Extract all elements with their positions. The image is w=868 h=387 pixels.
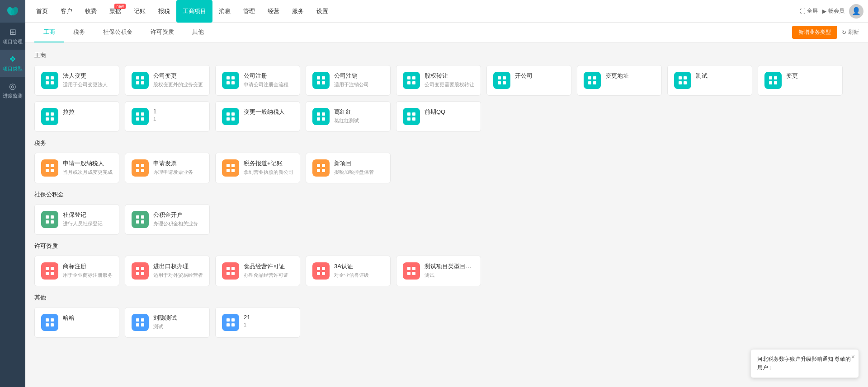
- service-card-company-cancel[interactable]: 公司注销适用于注销公司: [306, 65, 391, 96]
- tab-other[interactable]: 其他: [183, 23, 213, 42]
- service-card-lala[interactable]: 拉拉: [34, 101, 119, 132]
- svg-rect-39: [51, 112, 54, 116]
- nav-home[interactable]: 首页: [30, 0, 54, 23]
- nav-customer[interactable]: 客户: [54, 0, 79, 23]
- service-card-fund-open[interactable]: 公积金开户办理公积金相关业务: [125, 204, 210, 235]
- card-name-social-register: 社保登记: [63, 211, 113, 219]
- service-card-apply-taxpayer[interactable]: 申请一般纳税人当月或次月成变更完成: [34, 153, 119, 183]
- sidebar-item-label: 进度监测: [3, 93, 23, 99]
- nav-industry[interactable]: 工商项目: [176, 0, 212, 23]
- service-card-mahonghong[interactable]: 葛红红葛红红测试: [306, 101, 391, 132]
- service-card-social-register[interactable]: 社保登记进行人员社保登记: [34, 204, 119, 235]
- tab-industry[interactable]: 工商: [34, 23, 64, 42]
- svg-rect-61: [51, 169, 54, 172]
- service-card-early-qq[interactable]: 前期QQ: [396, 101, 481, 132]
- card-name-food-license: 食品经营许可证: [244, 262, 293, 270]
- svg-rect-21: [412, 81, 415, 84]
- new-type-button[interactable]: 新增业务类型: [792, 26, 837, 39]
- svg-rect-106: [136, 318, 139, 322]
- svg-rect-22: [498, 76, 501, 79]
- card-desc-tax-report-accounts: 拿到营业执照的新公司: [244, 169, 293, 176]
- nav-accounts[interactable]: 记账: [127, 0, 152, 23]
- sidebar-item-progress-monitor[interactable]: ◎ 进度监测: [0, 77, 25, 104]
- service-card-open-company[interactable]: 开公司: [486, 65, 571, 96]
- nav-tax[interactable]: 报税: [152, 0, 176, 23]
- service-card-trademark[interactable]: 商标注册用于企业商标注册服务: [34, 256, 119, 286]
- service-card-equity-transfer[interactable]: 股权转让公司变更需要股权转让: [396, 65, 481, 96]
- notification-close-button[interactable]: ×: [851, 353, 855, 360]
- nav-service[interactable]: 服务: [286, 0, 310, 23]
- tab-license[interactable]: 许可资质: [142, 23, 183, 42]
- service-card-one[interactable]: 11: [125, 101, 210, 132]
- card-name-test: 测试: [696, 72, 745, 80]
- svg-rect-4: [46, 81, 49, 84]
- nav-billing[interactable]: 收费: [79, 0, 103, 23]
- user-avatar[interactable]: 👤: [849, 4, 863, 19]
- svg-rect-36: [769, 81, 772, 84]
- fullscreen-button[interactable]: ⛶ 全屏: [800, 7, 818, 15]
- svg-rect-32: [679, 81, 682, 84]
- svg-rect-74: [46, 215, 49, 219]
- svg-rect-48: [226, 117, 230, 121]
- svg-rect-57: [412, 117, 415, 121]
- service-card-new-project[interactable]: 新项目报税加税控盘保管: [306, 153, 391, 183]
- svg-rect-6: [136, 76, 139, 79]
- svg-rect-30: [679, 76, 682, 79]
- card-icon-apply-invoice: [132, 159, 149, 177]
- service-card-test-project-type[interactable]: 测试项目类型目定义测试: [396, 256, 481, 286]
- nav-manage[interactable]: 管理: [237, 0, 261, 23]
- card-desc-fund-open: 办理公积金相关业务: [153, 220, 203, 227]
- service-card-change-taxpayer[interactable]: 变更一般纳税人: [215, 101, 300, 132]
- svg-rect-95: [322, 267, 325, 270]
- nav-message[interactable]: 消息: [212, 0, 237, 23]
- svg-rect-87: [141, 267, 144, 270]
- service-card-test[interactable]: 测试: [667, 65, 752, 96]
- svg-rect-10: [226, 76, 230, 79]
- card-grid-other: 哈哈 刘聪测试测试 211: [34, 307, 859, 338]
- nav-operation[interactable]: 经营: [261, 0, 286, 23]
- project-mgmt-icon: ⊞: [9, 27, 16, 37]
- svg-rect-111: [231, 318, 235, 322]
- service-card-change-address[interactable]: 变更地址: [577, 65, 662, 96]
- main-area: 首页 客户 收费 票据 new 记账 报税 工商项目 消息 管理 经营 服务 设…: [25, 0, 868, 387]
- nav-settings[interactable]: 设置: [310, 0, 335, 23]
- service-card-haha[interactable]: 哈哈: [34, 307, 119, 338]
- svg-rect-60: [46, 169, 49, 172]
- sidebar-item-project-type[interactable]: ❖ 项目类型: [0, 50, 25, 77]
- svg-rect-35: [774, 76, 777, 79]
- service-card-change[interactable]: 变更: [758, 65, 843, 96]
- sidebar-item-label: 项目管理: [3, 38, 23, 45]
- service-card-legal-change[interactable]: 法人变更适用于公司变更法人: [34, 65, 119, 96]
- card-icon-haha: [41, 314, 58, 331]
- service-card-twenty-one[interactable]: 211: [215, 307, 300, 338]
- card-name-change-taxpayer: 变更一般纳税人: [244, 108, 293, 116]
- sidebar-item-project-mgmt[interactable]: ⊞ 项目管理: [0, 23, 25, 50]
- refresh-button[interactable]: ↻ 刷新: [842, 28, 859, 36]
- svg-rect-44: [136, 117, 139, 121]
- service-card-company-change[interactable]: 公司变更股权变更外的业务变更: [125, 65, 210, 96]
- card-icon-test: [674, 72, 691, 89]
- svg-rect-81: [141, 220, 144, 224]
- service-card-liu-cepao[interactable]: 刘聪测试测试: [125, 307, 210, 338]
- svg-rect-71: [322, 164, 325, 167]
- card-desc-3a-cert: 对企业信誉评级: [334, 272, 384, 279]
- card-desc-apply-invoice: 办理申请发票业务: [153, 169, 203, 176]
- service-card-3a-cert[interactable]: 3A认证对企业信誉评级: [306, 256, 391, 286]
- section-title-social: 社保公积金: [34, 191, 859, 199]
- card-icon-trademark: [41, 262, 58, 280]
- nav-invoice[interactable]: 票据 new: [103, 0, 127, 23]
- tab-tax[interactable]: 税务: [64, 23, 94, 42]
- tab-social[interactable]: 社保公积金: [94, 23, 142, 42]
- service-card-apply-invoice[interactable]: 申请发票办理申请发票业务: [125, 153, 210, 183]
- card-name-mahonghong: 葛红红: [334, 108, 384, 116]
- service-card-tax-report-accounts[interactable]: 税务报道+记账拿到营业执照的新公司: [215, 153, 300, 183]
- svg-rect-45: [141, 117, 144, 121]
- card-icon-import-export: [132, 262, 149, 280]
- card-grid-social: 社保登记进行人员社保登记 公积金开户办理公积金相关业务: [34, 204, 859, 235]
- service-card-company-register[interactable]: 公司注册申请公司注册全流程: [215, 65, 300, 96]
- member-button[interactable]: ▶ 畅会员: [822, 7, 844, 15]
- service-card-import-export[interactable]: 进出口权办理适用于对外贸易经营者: [125, 256, 210, 286]
- card-name-haha: 哈哈: [63, 314, 113, 322]
- service-card-food-license[interactable]: 食品经营许可证办理食品经营许可证: [215, 256, 300, 286]
- svg-rect-38: [46, 112, 49, 116]
